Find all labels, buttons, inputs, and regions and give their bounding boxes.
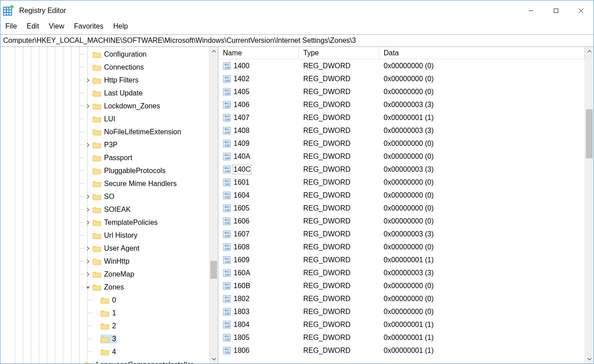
- scroll-up-icon[interactable]: [585, 47, 594, 56]
- value-row[interactable]: 0111101608REG_DWORD0x00000000 (0): [218, 240, 585, 253]
- value-data: 0x00000000 (0): [379, 295, 585, 303]
- maximize-button[interactable]: [544, 2, 569, 20]
- chevron-right-icon[interactable]: [84, 103, 92, 110]
- tree-item[interactable]: Passport: [0, 151, 209, 164]
- minimize-button[interactable]: [519, 2, 544, 20]
- tree-item[interactable]: 0: [0, 294, 209, 306]
- value-data: 0x00000003 (3): [379, 269, 585, 277]
- tree-item[interactable]: NoFileLifetimeExtension: [0, 125, 209, 138]
- menu-view[interactable]: View: [45, 21, 68, 31]
- tree-item[interactable]: LanguageComponentsInstaller: [0, 358, 209, 364]
- value-name: 1607: [234, 230, 250, 238]
- value-row[interactable]: 011110160BREG_DWORD0x00000000 (0): [218, 279, 585, 292]
- tree-item[interactable]: Secure Mime Handlers: [0, 177, 209, 190]
- value-row[interactable]: 0111101400REG_DWORD0x00000000 (0): [218, 59, 585, 72]
- values-scrollbar[interactable]: [585, 47, 594, 364]
- value-row[interactable]: 0111101408REG_DWORD0x00000003 (3): [218, 124, 585, 137]
- scroll-down-icon[interactable]: [585, 355, 594, 364]
- tree-scrollbar[interactable]: [209, 47, 218, 364]
- tree-item[interactable]: SOIEAK: [0, 203, 209, 216]
- value-row[interactable]: 0111101803REG_DWORD0x00000000 (0): [218, 305, 585, 318]
- tree-item[interactable]: P3P: [0, 138, 209, 151]
- chevron-right-icon[interactable]: [84, 77, 92, 84]
- chevron-right-icon[interactable]: [84, 219, 92, 226]
- tree-item[interactable]: Last Update: [0, 87, 209, 99]
- value-row[interactable]: 0111101804REG_DWORD0x00000001 (1): [218, 318, 585, 331]
- value-data: 0x00000000 (0): [379, 88, 585, 96]
- value-row[interactable]: 011110140AREG_DWORD0x00000000 (0): [218, 150, 585, 163]
- address-bar[interactable]: Computer\HKEY_LOCAL_MACHINE\SOFTWARE\Mic…: [0, 34, 594, 47]
- value-type: REG_DWORD: [299, 140, 379, 148]
- value-row[interactable]: 0111101802REG_DWORD0x00000000 (0): [218, 292, 585, 305]
- tree-item[interactable]: 2: [0, 319, 209, 332]
- chevron-right-icon[interactable]: [84, 271, 92, 278]
- values-list[interactable]: 0111101400REG_DWORD0x00000000 (0)0111101…: [218, 59, 585, 364]
- tree-expand-placeholder: [92, 348, 100, 356]
- tree-item[interactable]: Zones: [0, 281, 209, 294]
- values-scrollbar-thumb[interactable]: [586, 109, 593, 158]
- chevron-down-icon[interactable]: [84, 284, 92, 291]
- tree-item[interactable]: SO: [0, 190, 209, 203]
- value-row[interactable]: 011110140CREG_DWORD0x00000003 (3): [218, 163, 585, 176]
- tree-item-label: Lockdown_Zones: [104, 102, 160, 110]
- value-row[interactable]: 0111101607REG_DWORD0x00000003 (3): [218, 228, 585, 240]
- tree-item[interactable]: TemplatePolicies: [0, 216, 209, 229]
- tree-item[interactable]: WinHttp: [0, 255, 209, 268]
- menu-help[interactable]: Help: [109, 21, 132, 31]
- svg-text:011: 011: [225, 153, 230, 157]
- tree-item[interactable]: 4: [0, 345, 209, 358]
- tree-expand-placeholder: [84, 154, 92, 161]
- tree-item[interactable]: ZoneMap: [0, 268, 209, 281]
- scroll-up-icon[interactable]: [209, 47, 218, 56]
- tree-item[interactable]: Lockdown_Zones: [0, 99, 209, 112]
- value-row[interactable]: 0111101605REG_DWORD0x00000000 (0): [218, 202, 585, 215]
- value-row[interactable]: 0111101407REG_DWORD0x00000001 (1): [218, 111, 585, 124]
- registry-tree[interactable]: ConfigurationConnectionsHttp FiltersLast…: [0, 47, 209, 364]
- svg-text:011: 011: [225, 309, 230, 312]
- chevron-right-icon[interactable]: [84, 258, 92, 265]
- value-row[interactable]: 0111101402REG_DWORD0x00000000 (0): [218, 72, 585, 85]
- tree-item[interactable]: Configuration: [0, 48, 209, 61]
- value-row[interactable]: 0111101409REG_DWORD0x00000000 (0): [218, 137, 585, 150]
- column-header-data[interactable]: Data: [379, 47, 585, 59]
- value-row[interactable]: 0111101601REG_DWORD0x00000000 (0): [218, 176, 585, 189]
- value-row[interactable]: 0111101406REG_DWORD0x00000003 (3): [218, 98, 585, 111]
- value-row[interactable]: 0111101606REG_DWORD0x00000000 (0): [218, 215, 585, 228]
- chevron-right-icon[interactable]: [84, 193, 92, 200]
- values-scrollbar-track[interactable]: [585, 56, 594, 355]
- tree-scrollbar-track[interactable]: [209, 56, 218, 355]
- menu-edit[interactable]: Edit: [23, 21, 43, 31]
- value-type: REG_DWORD: [299, 269, 379, 277]
- value-row[interactable]: 0111101604REG_DWORD0x00000000 (0): [218, 189, 585, 202]
- chevron-right-icon[interactable]: [84, 245, 92, 252]
- chevron-right-icon[interactable]: [84, 206, 92, 213]
- tree-item[interactable]: 1: [0, 306, 209, 319]
- tree-item[interactable]: Connections: [0, 61, 209, 74]
- value-row[interactable]: 0111101805REG_DWORD0x00000001 (1): [218, 331, 585, 344]
- close-button[interactable]: [569, 2, 594, 20]
- tree-item[interactable]: LUI: [0, 112, 209, 125]
- column-header-type[interactable]: Type: [299, 47, 379, 59]
- tree-item[interactable]: 3: [0, 332, 209, 345]
- tree-item-label: WinHttp: [104, 257, 130, 265]
- tree-item[interactable]: PluggableProtocols: [0, 164, 209, 177]
- folder-icon: [92, 284, 101, 291]
- svg-text:011: 011: [225, 296, 230, 299]
- svg-text:011: 011: [225, 218, 230, 221]
- column-header-name[interactable]: Name: [218, 47, 299, 59]
- scroll-down-icon[interactable]: [209, 355, 218, 364]
- tree-item[interactable]: Http Filters: [0, 74, 209, 87]
- value-row[interactable]: 0111101405REG_DWORD0x00000000 (0): [218, 85, 585, 98]
- value-row[interactable]: 011110160AREG_DWORD0x00000003 (3): [218, 266, 585, 279]
- value-row[interactable]: 0111101609REG_DWORD0x00000001 (1): [218, 253, 585, 266]
- tree-item[interactable]: Url History: [0, 229, 209, 242]
- menu-favorites[interactable]: Favorites: [70, 21, 108, 31]
- value-row[interactable]: 0111101806REG_DWORD0x00000001 (1): [218, 344, 585, 357]
- tree-scrollbar-thumb[interactable]: [210, 261, 217, 279]
- menu-file[interactable]: File: [1, 21, 21, 31]
- dword-icon: 011110: [223, 165, 232, 174]
- chevron-right-icon[interactable]: [84, 141, 92, 149]
- dword-icon: 011110: [223, 269, 232, 277]
- svg-text:110: 110: [225, 195, 230, 199]
- tree-item[interactable]: User Agent: [0, 242, 209, 255]
